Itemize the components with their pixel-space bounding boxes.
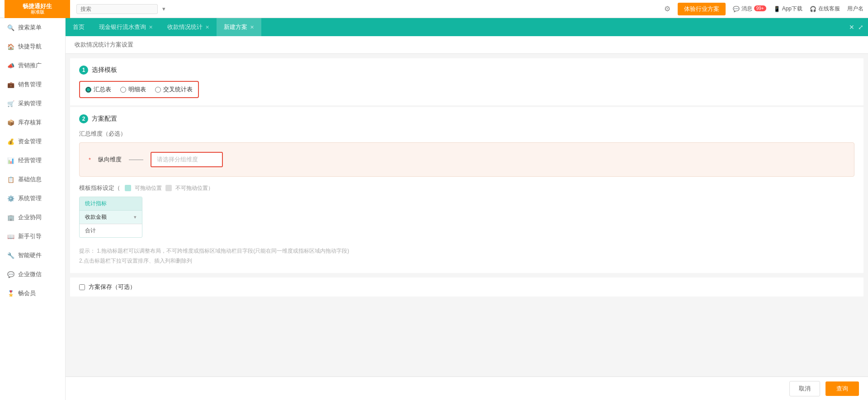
search-input[interactable]: [76, 4, 158, 14]
service-icon: 🎧: [810, 6, 816, 12]
save-section: 方案保存（可选）: [70, 278, 863, 296]
sidebar-item-sales[interactable]: 💼 销售管理: [0, 75, 65, 94]
guide-icon: 📖: [7, 233, 14, 240]
save-label: 方案保存（可选）: [89, 283, 136, 291]
sidebar-item-basic-info[interactable]: 📋 基础信息: [0, 170, 65, 189]
metrics-group-header: 统计指标: [80, 197, 142, 210]
sidebar-item-enterprise[interactable]: 🏢 企业协同: [0, 208, 65, 227]
app-download-btn[interactable]: 📱 App下载: [774, 5, 802, 13]
template-summary[interactable]: 汇总表: [85, 85, 111, 94]
system-icon: ⚙️: [7, 195, 14, 202]
dim-arrow: ——: [129, 155, 143, 164]
user-name[interactable]: 用户名: [847, 5, 863, 13]
tab-expand-icon[interactable]: ⤢: [858, 24, 863, 31]
sales-icon: 💼: [7, 81, 14, 88]
hints: 提示： 1.拖动标题栏可以调整布局，不可跨维度或指标区域拖动栏目字段(只能在同一…: [79, 246, 854, 266]
section-template: 1 选择模板 汇总表 明细表: [70, 58, 863, 105]
metrics-col-header[interactable]: 收款金额 ▾: [80, 210, 142, 224]
member-icon: 🎖️: [7, 290, 14, 297]
tab-new-plan-close[interactable]: ✕: [250, 24, 254, 30]
sidebar-item-purchase[interactable]: 🛒 采购管理: [0, 94, 65, 113]
metrics-label: 模板指标设定（ 可拖动位置 不可拖动位置）: [79, 184, 854, 192]
home-icon: 🏠: [7, 43, 14, 50]
query-button[interactable]: 查询: [826, 381, 859, 396]
gear-icon[interactable]: ⚙: [664, 5, 670, 13]
sidebar-item-system[interactable]: ⚙️ 系统管理: [0, 189, 65, 208]
basic-info-icon: 📋: [7, 176, 14, 183]
download-icon: 📱: [774, 6, 780, 12]
industry-btn[interactable]: 体验行业方案: [678, 3, 726, 15]
tab-close-all-icon[interactable]: ✕: [849, 24, 854, 31]
template-cross[interactable]: 交叉统计表: [155, 85, 193, 94]
wechat-icon: 💬: [7, 271, 14, 278]
sidebar-item-search[interactable]: 🔍 搜索菜单: [0, 18, 65, 37]
sidebar-item-guide[interactable]: 📖 新手引导: [0, 227, 65, 246]
section1-number: 1: [79, 66, 88, 75]
vertical-dim-label: 纵向维度: [98, 155, 122, 164]
message-icon: 💬: [733, 6, 740, 12]
sidebar-item-management[interactable]: 📊 经营管理: [0, 151, 65, 170]
sidebar-item-wechat[interactable]: 💬 企业微信: [0, 265, 65, 284]
dim-select[interactable]: 请选择分组维度: [151, 152, 223, 167]
sidebar-item-member[interactable]: 🎖️ 畅会员: [0, 284, 65, 303]
search-icon: 🔍: [7, 24, 14, 31]
notifications-btn[interactable]: 💬 消息 99+: [733, 5, 766, 13]
hardware-icon: 🔧: [7, 252, 14, 259]
sidebar-item-quicknav[interactable]: 🏠 快捷导航: [0, 37, 65, 56]
breadcrumb: 收款情况统计方案设置: [66, 36, 868, 54]
bottom-bar: 取消 查询: [66, 376, 868, 400]
section2-title: 方案配置: [92, 115, 117, 123]
finance-icon: 💰: [7, 138, 14, 145]
sidebar-item-hardware[interactable]: 🔧 智能硬件: [0, 246, 65, 265]
metrics-table: 统计指标 收款金额 ▾ 合计: [79, 197, 142, 238]
app-logo: 畅捷通好生 标准版: [5, 0, 70, 18]
cancel-button[interactable]: 取消: [789, 381, 820, 396]
template-selector: 汇总表 明细表 交叉统计表: [79, 81, 199, 98]
inventory-icon: 📦: [7, 119, 14, 126]
purchase-icon: 🛒: [7, 100, 14, 107]
section2-number: 2: [79, 114, 88, 123]
dimension-box: * 纵向维度 —— 请选择分组维度: [79, 142, 854, 177]
draggable-dot: [125, 185, 131, 191]
sidebar: 🔍 搜索菜单 🏠 快捷导航 📣 营销推广 💼 销售管理 🛒 采购管理 📦: [0, 18, 66, 400]
management-icon: 📊: [7, 157, 14, 164]
sidebar-item-inventory[interactable]: 📦 库存核算: [0, 113, 65, 132]
online-service-btn[interactable]: 🎧 在线客服: [810, 5, 840, 13]
tab-cashflow[interactable]: 现金银行流水查询 ✕: [92, 18, 160, 36]
metrics-total-cell: 合计: [80, 224, 142, 237]
sidebar-item-marketing[interactable]: 📣 营销推广: [0, 56, 65, 75]
dimension-label: 汇总维度（必选）: [79, 130, 854, 138]
tab-cashflow-close[interactable]: ✕: [149, 24, 153, 30]
page-content: 收款情况统计方案设置 1 选择模板 汇总表: [66, 36, 868, 400]
tab-bar: 首页 现金银行流水查询 ✕ 收款情况统计 ✕ 新建方案 ✕ ✕ ⤢: [66, 18, 868, 36]
draggable-legend: 可拖动位置 不可拖动位置）: [125, 184, 213, 192]
tab-receipts-close[interactable]: ✕: [205, 24, 209, 30]
enterprise-icon: 🏢: [7, 214, 14, 221]
save-checkbox[interactable]: [79, 284, 85, 290]
dropdown-icon[interactable]: ▾: [162, 5, 165, 12]
section-plan-config: 2 方案配置 汇总维度（必选） * 纵向维度 —— 请选择分组维度: [70, 107, 863, 273]
non-draggable-dot: [165, 185, 172, 191]
marketing-icon: 📣: [7, 62, 14, 69]
col-dropdown-icon[interactable]: ▾: [134, 214, 137, 220]
tab-home[interactable]: 首页: [66, 18, 92, 36]
section1-title: 选择模板: [92, 66, 117, 74]
template-detail[interactable]: 明细表: [120, 85, 146, 94]
tab-receipts[interactable]: 收款情况统计 ✕: [160, 18, 217, 36]
tab-new-plan[interactable]: 新建方案 ✕: [217, 18, 261, 36]
required-mark: *: [89, 156, 91, 163]
sidebar-item-finance[interactable]: 💰 资金管理: [0, 132, 65, 151]
